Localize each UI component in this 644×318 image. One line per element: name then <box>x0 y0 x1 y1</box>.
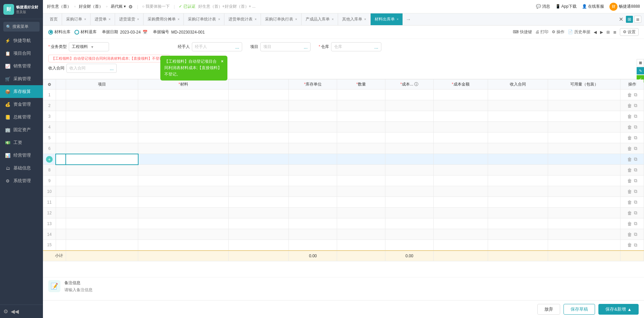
delete-row-button[interactable]: 🗑 <box>627 114 632 119</box>
tab-return[interactable]: 进货退货× <box>115 13 144 25</box>
copy-row-button[interactable]: ⧉ <box>634 103 637 108</box>
business-type-select[interactable]: 工程领料 ▾ <box>69 42 109 51</box>
sidebar-item-base[interactable]: 🗂 基础信息 <box>0 162 43 174</box>
income-contract-dots-icon[interactable]: ... <box>110 66 114 71</box>
list-view-button[interactable]: ≣ <box>613 30 616 35</box>
sidebar-settings-button[interactable]: ⚙ <box>3 308 8 315</box>
topbar-user[interactable]: 财 畅捷通8888 <box>609 3 640 11</box>
nav-prev-button[interactable]: ◀ <box>594 30 597 35</box>
delete-row-button[interactable]: 🗑 <box>627 103 632 108</box>
tab-close-icon[interactable]: × <box>178 17 180 21</box>
topbar-settings-icon[interactable]: ⚙ <box>128 4 133 9</box>
cost-info-icon[interactable]: ⓘ <box>414 82 418 87</box>
delete-row-button[interactable]: 🗑 <box>627 210 632 216</box>
copy-row-button[interactable]: ⧉ <box>634 221 637 226</box>
tab-list-view[interactable]: ≣ <box>634 16 641 23</box>
tab-exec-stat[interactable]: 采购订单执行表× <box>261 13 302 25</box>
delete-row-button[interactable]: 🗑 <box>627 146 632 151</box>
tab-close-icon[interactable]: × <box>137 17 139 21</box>
topbar-trial[interactable]: ○ 我要体验一下 <box>142 4 170 9</box>
tab-purchase-order[interactable]: 采购订单× <box>62 13 91 25</box>
tab-close-icon[interactable]: × <box>364 17 366 21</box>
copy-row-button[interactable]: ⧉ <box>634 92 637 98</box>
delete-row-button[interactable]: 🗑 <box>627 124 632 130</box>
delete-row-button[interactable]: 🗑 <box>627 135 632 141</box>
save-new-button[interactable]: 保存&新增 ▲ <box>598 304 639 315</box>
copy-row-button[interactable]: ⧉ <box>634 210 637 216</box>
copy-row-button[interactable]: ⧉ <box>634 124 637 130</box>
income-contract-input[interactable]: 收入合同 ... <box>66 64 117 73</box>
tab-other-in[interactable]: 其他入库单× <box>338 13 371 25</box>
sidebar-item-sales[interactable]: 📈 销售管理 <box>0 60 43 72</box>
copy-row-button[interactable]: ⧉ <box>634 113 637 119</box>
sidebar-item-contract[interactable]: 📋 项目合同 <box>0 47 43 60</box>
tab-close-icon[interactable]: × <box>332 17 334 21</box>
tab-material-out[interactable]: 材料出库单× <box>371 13 403 25</box>
radio-material-out[interactable]: 材料出库 <box>48 29 70 35</box>
copy-row-button[interactable]: ⧉ <box>634 189 637 194</box>
sidebar-item-quicknav[interactable]: ⚡ 快捷导航 <box>0 34 43 47</box>
warehouse-dots-icon[interactable]: ... <box>374 44 378 50</box>
operate-button[interactable]: ⚙ 操作 <box>552 29 565 35</box>
shortcut-button[interactable]: ⌨ 快捷键 <box>513 29 532 35</box>
delete-row-button[interactable]: 🗑 <box>627 242 632 248</box>
tab-close-icon[interactable]: × <box>109 17 111 21</box>
copy-row-button[interactable]: ⧉ <box>634 167 637 173</box>
sidebar-collapse-button[interactable]: ◀◀ <box>11 308 19 315</box>
delete-row-button[interactable]: 🗑 <box>627 221 632 226</box>
sidebar-item-ops[interactable]: 📊 经营管理 <box>0 149 43 162</box>
sidebar-item-asset[interactable]: 🏢 固定资产 <box>0 123 43 136</box>
discard-button[interactable]: 放弃 <box>537 304 560 315</box>
right-panel-btn1[interactable]: ⊞ <box>637 59 644 66</box>
sidebar-item-fund[interactable]: 💰 资金管理 <box>0 98 43 111</box>
sidebar-item-salary[interactable]: 💵 工资 <box>0 136 43 149</box>
copy-row-button[interactable]: ⧉ <box>634 178 637 183</box>
sidebar-item-system[interactable]: ⚙ 系统管理 <box>0 174 43 187</box>
tab-close-icon[interactable]: × <box>84 17 86 21</box>
notes-icon[interactable]: 📝 <box>48 280 60 292</box>
tab-home[interactable]: 首页 <box>46 13 62 25</box>
handler-dots-icon[interactable]: ... <box>235 44 239 50</box>
delete-row-button[interactable]: 🗑 <box>627 92 632 98</box>
tab-close-icon[interactable]: × <box>295 17 297 21</box>
notes-input[interactable] <box>64 287 639 297</box>
sidebar-item-inventory[interactable]: 📦 库存核算 <box>0 85 43 98</box>
sidebar-item-purchase[interactable]: 🛒 采购管理 <box>0 72 43 85</box>
calendar-icon[interactable]: 📅 <box>143 30 148 35</box>
delete-row-button[interactable]: 🗑 <box>627 200 632 205</box>
right-panel-btn2[interactable]: ✎ <box>637 67 644 74</box>
tab-expense[interactable]: 采购费用分摊单× <box>144 13 184 25</box>
tab-scroll-right[interactable]: → <box>406 16 411 22</box>
topbar-online-service[interactable]: 👤 在线客服 <box>582 4 604 9</box>
sidebar-item-ledger[interactable]: 📒 总账管理 <box>0 111 43 123</box>
delete-row-button[interactable]: 🗑 <box>627 178 632 183</box>
copy-row-button[interactable]: ⧉ <box>634 156 637 162</box>
copy-row-button[interactable]: ⧉ <box>634 199 637 205</box>
tooltip-close-button[interactable]: × <box>221 58 223 65</box>
delete-row-button[interactable]: 🗑 <box>627 232 632 237</box>
tab-stat[interactable]: 采购订单统计表× <box>184 13 224 25</box>
search-menu-button[interactable]: 🔍 搜索菜单 <box>3 22 40 32</box>
topbar-app-download[interactable]: 📱 App下载 <box>555 4 577 9</box>
topbar-good-biz[interactable]: 好生意（首） <box>47 4 71 9</box>
radio-material-return[interactable]: 材料退库 <box>74 29 97 35</box>
project-input[interactable]: 项目 ... <box>260 42 311 51</box>
tab-close-icon[interactable]: × <box>255 17 257 21</box>
copy-row-button[interactable]: ⧉ <box>634 242 637 248</box>
delete-row-button[interactable]: 🗑 <box>627 157 632 162</box>
warehouse-input[interactable]: 仓库 ... <box>331 42 381 51</box>
save-draft-button[interactable]: 保存草稿 <box>564 304 595 315</box>
tab-produce[interactable]: 产成品入库单× <box>302 13 338 25</box>
grid-view-button[interactable]: ⊞ <box>606 30 610 35</box>
copy-row-button[interactable]: ⧉ <box>634 231 637 237</box>
add-row-button[interactable]: + <box>46 156 53 163</box>
topbar-easy-account[interactable]: 易代账 ▾ <box>111 4 126 9</box>
tab-delivery[interactable]: 进货单× <box>91 13 115 25</box>
tab-close-icon[interactable]: × <box>218 17 220 21</box>
print-button[interactable]: 🖨 打印 <box>535 29 548 35</box>
tab-grid-view[interactable]: ⊞ <box>626 16 633 23</box>
copy-row-button[interactable]: ⧉ <box>634 146 637 151</box>
topbar-msg[interactable]: 💬 消息 <box>536 4 550 9</box>
topbar-more[interactable]: 好生意（首）+好业财（首）+ ... <box>198 4 256 9</box>
project-dots-icon[interactable]: ... <box>304 44 308 50</box>
